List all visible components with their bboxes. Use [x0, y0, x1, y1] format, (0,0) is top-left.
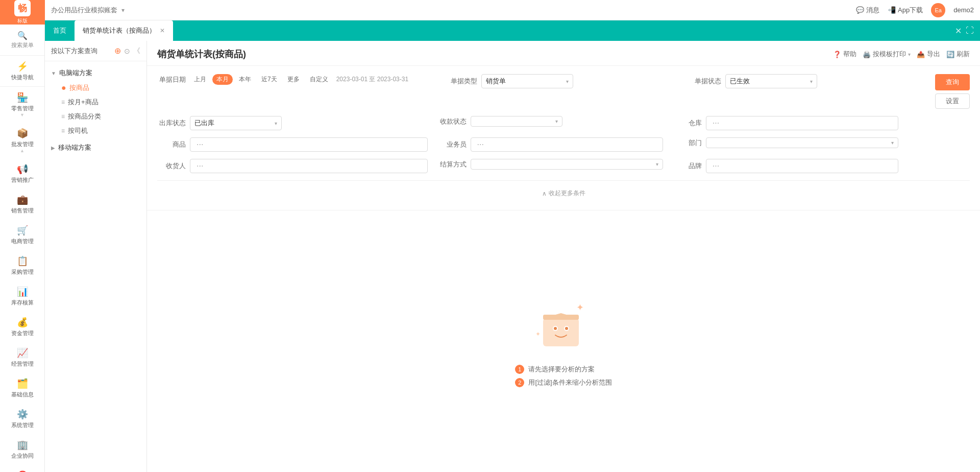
sidebar-item-system[interactable]: ⚙️ 系统管理: [0, 404, 44, 434]
tree-desktop-section[interactable]: ▼ 电脑端方案: [45, 65, 146, 81]
tree-mobile-section[interactable]: ▶ 移动端方案: [45, 140, 146, 155]
doc-type-select[interactable]: 销货单 ▾: [481, 74, 573, 88]
sidebar-item-wholesale[interactable]: 📦 批发管理 ▲: [0, 123, 44, 158]
tab-sales-stats[interactable]: 销货单统计表（按商品） ✕: [75, 20, 173, 41]
settlement-arrow-icon: ▾: [656, 161, 658, 167]
goods-dots[interactable]: ···: [197, 140, 203, 149]
newbie-icon: 🎯: [17, 470, 28, 472]
finance-label: 资金管理: [11, 329, 34, 337]
brand-dots[interactable]: ···: [713, 161, 719, 171]
date-tab-more[interactable]: 更多: [283, 74, 304, 85]
tree-desktop-children: ● 按商品 ≡ 按月+商品 ≡ 按商品分类 ≡ 按司机: [45, 81, 146, 138]
settings-scheme-button[interactable]: ⊙: [124, 46, 130, 56]
industry-dropdown-icon[interactable]: ▾: [121, 7, 125, 14]
maximize-window-button[interactable]: ⛶: [966, 26, 974, 35]
app-logo[interactable]: 畅 标版: [0, 0, 45, 25]
salesman-input[interactable]: ···: [471, 137, 663, 152]
sidebar-item-enterprise[interactable]: 🏢 企业协同: [0, 434, 44, 465]
refresh-button[interactable]: 🔄 刷新: [946, 50, 970, 59]
left-panel-title: 按以下方案查询: [51, 46, 97, 56]
tree-node-by-cashier[interactable]: ≡ 按司机: [59, 124, 146, 138]
retail-label: 零售管理: [11, 105, 34, 112]
date-tab-7days[interactable]: 近7天: [257, 74, 281, 85]
tab-home[interactable]: 首页: [45, 20, 75, 41]
refresh-icon: 🔄: [946, 51, 954, 58]
filter-settlement-item: 结算方式 ▾: [438, 159, 663, 170]
sidebar-item-ecommerce[interactable]: 🛒 电商管理: [0, 220, 44, 250]
svg-point-4: [554, 327, 557, 330]
inventory-icon: 📊: [17, 286, 28, 297]
collapse-panel-button[interactable]: 《: [133, 46, 140, 56]
inventory-label: 库存核算: [11, 299, 34, 306]
date-tab-last-month[interactable]: 上月: [190, 74, 210, 85]
sales-stats-tab-label: 销货单统计表（按商品）: [83, 26, 156, 35]
collapse-more-button[interactable]: ∧ 收起更多条件: [157, 185, 970, 202]
user-avatar[interactable]: Ea: [931, 3, 945, 17]
brand-input[interactable]: ···: [706, 159, 898, 173]
export-icon: 📤: [917, 51, 925, 58]
empty-state: ✦ ✦ 1 请先选择要分析的方案 2 用[过滤]条件来缩小分析范围: [147, 210, 980, 472]
doc-status-select[interactable]: 已生效 ▾: [725, 74, 817, 88]
collapse-up-icon: ∧: [542, 190, 547, 197]
search-menu-button[interactable]: 🔍 搜索菜单: [3, 28, 41, 52]
print-button[interactable]: 🖨️ 按模板打印 ▾: [863, 50, 911, 59]
add-scheme-button[interactable]: ⊕: [114, 46, 121, 56]
quick-nav-button[interactable]: ⚡ 快捷导航: [3, 58, 41, 84]
print-label: 按模板打印: [873, 50, 906, 59]
tree-node-by-category[interactable]: ≡ 按商品分类: [59, 109, 146, 124]
page-header: 销货单统计表(按商品) ❓ 帮助 🖨️ 按模板打印 ▾ 📤 导出: [147, 41, 980, 66]
receiver-dots[interactable]: ···: [197, 161, 203, 171]
query-button[interactable]: 查询: [935, 74, 970, 90]
filter-row-3: 商品 ··· 业务员 ··· 部门: [157, 137, 970, 152]
operations-label: 经营管理: [11, 360, 34, 368]
stock-out-select[interactable]: 已出库 ▾: [190, 116, 282, 130]
doc-type-arrow-icon: ▾: [566, 79, 569, 84]
payment-status-arrow-icon: ▾: [555, 119, 558, 124]
date-tab-this-month[interactable]: 本月: [212, 74, 233, 85]
export-button[interactable]: 📤 导出: [917, 50, 940, 59]
purchase-icon: 📋: [17, 255, 28, 267]
payment-status-select[interactable]: ▾: [471, 116, 562, 127]
tab-close-icon[interactable]: ✕: [160, 27, 165, 34]
warehouse-dots[interactable]: ···: [713, 119, 719, 128]
basic-label: 基础信息: [11, 391, 34, 398]
sidebar-item-retail[interactable]: 🏪 零售管理 ▼: [0, 87, 44, 123]
tree-node-by-month-goods[interactable]: ≡ 按月+商品: [59, 95, 146, 109]
export-label: 导出: [927, 50, 940, 59]
help-button[interactable]: ❓ 帮助: [833, 50, 856, 59]
sidebar-item-operations[interactable]: 📈 经营管理: [0, 342, 44, 373]
sidebar-item-newbie[interactable]: 🎯 新手引导: [0, 465, 44, 472]
message-icon: 💬: [856, 6, 864, 14]
sidebar-item-basic[interactable]: 🗂️ 基础信息: [0, 373, 44, 404]
date-tab-custom[interactable]: 自定义: [306, 74, 332, 85]
by-goods-icon: ●: [61, 83, 66, 92]
goods-label: 商品: [157, 140, 186, 149]
warehouse-input[interactable]: ···: [706, 116, 898, 130]
empty-hint-1: 1 请先选择要分析的方案: [515, 365, 611, 374]
ecommerce-icon: 🛒: [17, 225, 28, 236]
set-button[interactable]: 设置: [935, 93, 970, 109]
settlement-select[interactable]: ▾: [471, 159, 663, 170]
salesman-dots[interactable]: ···: [477, 140, 484, 149]
goods-input[interactable]: ···: [190, 137, 428, 152]
date-tab-this-year[interactable]: 本年: [235, 74, 255, 85]
message-button[interactable]: 💬 消息: [856, 6, 879, 15]
department-select[interactable]: ▾: [706, 137, 898, 148]
receiver-input[interactable]: ···: [190, 159, 428, 173]
date-tabs: 上月 本月 本年 近7天 更多 自定义: [190, 74, 332, 85]
tree-desktop-expand-icon: ▼: [51, 70, 56, 76]
sidebar-item-purchase[interactable]: 📋 采购管理: [0, 250, 44, 281]
sidebar-item-finance[interactable]: 💰 资金管理: [0, 312, 44, 342]
app-download-button[interactable]: 📲 App下载: [888, 6, 923, 15]
close-window-button[interactable]: ✕: [955, 26, 962, 36]
sidebar-item-marketing[interactable]: 📢 营销推广: [0, 158, 44, 189]
tree-node-by-goods[interactable]: ● 按商品: [59, 81, 146, 95]
page-header-actions: ❓ 帮助 🖨️ 按模板打印 ▾ 📤 导出 🔄 刷新: [833, 50, 970, 59]
tabbar-actions: ✕ ⛶: [955, 26, 980, 36]
date-label: 单据日期: [157, 75, 186, 84]
tree-desktop-label: 电脑端方案: [59, 68, 92, 78]
basic-icon: 🗂️: [17, 378, 28, 389]
sidebar-item-sales[interactable]: 💼 销售管理: [0, 189, 44, 220]
marketing-label: 营销推广: [11, 176, 34, 184]
sidebar-item-inventory[interactable]: 📊 库存核算: [0, 281, 44, 312]
